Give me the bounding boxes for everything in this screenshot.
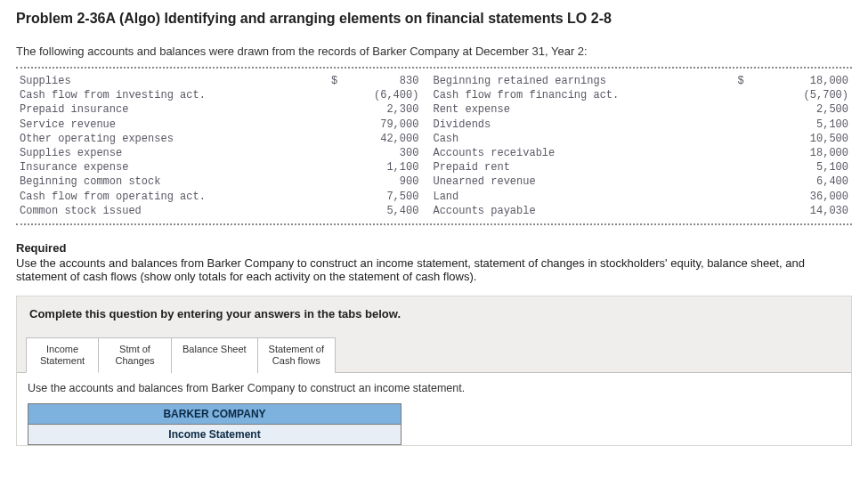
account-name-right: Prepaid rent xyxy=(422,160,724,174)
account-name-left: Other operating expenses xyxy=(16,132,318,146)
account-value-right: 36,000 xyxy=(748,190,852,204)
tabs-row: Income Statement Stmt of Changes Balance… xyxy=(17,337,851,372)
tabs-container: Complete this question by entering your … xyxy=(16,296,852,446)
account-name-left: Common stock issued xyxy=(16,204,318,218)
tab-label-line: Statement xyxy=(40,355,85,366)
account-name-left: Cash flow from operating act. xyxy=(16,190,318,204)
currency-symbol xyxy=(318,160,341,174)
problem-title: Problem 2-36A (Algo) Identifying and arr… xyxy=(16,11,852,27)
accounts-row: Common stock issued5,400Accounts payable… xyxy=(16,204,852,218)
answer-header: BARKER COMPANY Income Statement xyxy=(28,403,402,445)
account-value-right: 5,100 xyxy=(748,118,852,132)
account-name-right: Unearned revenue xyxy=(422,174,724,189)
account-value-left: 5,400 xyxy=(341,204,422,218)
tab-label-line: Changes xyxy=(115,355,154,366)
currency-symbol xyxy=(725,204,748,218)
account-value-right: 14,030 xyxy=(748,204,852,218)
account-value-right: 2,500 xyxy=(748,102,852,117)
account-value-right: 18,000 xyxy=(748,146,852,160)
currency-symbol xyxy=(725,118,748,132)
account-value-left: 830 xyxy=(341,74,422,88)
account-name-right: Accounts receivable xyxy=(422,146,724,160)
currency-symbol xyxy=(725,160,748,174)
currency-symbol xyxy=(725,88,748,102)
accounts-row: Other operating expenses42,000Cash10,500 xyxy=(16,132,852,146)
problem-intro: The following accounts and balances were… xyxy=(16,45,852,58)
account-value-left: 42,000 xyxy=(341,132,422,146)
account-name-right: Accounts payable xyxy=(422,204,724,218)
currency-symbol: $ xyxy=(318,74,341,88)
account-value-left: 2,300 xyxy=(341,102,422,117)
accounts-row: Prepaid insurance2,300Rent expense2,500 xyxy=(16,102,852,117)
tab-label-line: Balance Sheet xyxy=(183,344,247,354)
tab-label-line: Cash flows xyxy=(272,355,320,366)
tab-body: Use the accounts and balances from Barke… xyxy=(17,372,851,445)
accounts-table: Supplies$830Beginning retained earnings$… xyxy=(16,74,852,218)
answer-statement: Income Statement xyxy=(28,425,402,445)
currency-symbol xyxy=(318,102,341,117)
account-value-left: 900 xyxy=(341,174,422,189)
accounts-row: Cash flow from investing act.(6,400)Cash… xyxy=(16,88,852,102)
account-value-left: 79,000 xyxy=(341,118,422,132)
currency-symbol xyxy=(318,190,341,204)
account-name-left: Cash flow from investing act. xyxy=(16,88,318,102)
account-value-left: (6,400) xyxy=(341,88,422,102)
tab-label-line: Statement of xyxy=(269,344,324,354)
account-value-right: 6,400 xyxy=(748,174,852,189)
account-name-left: Insurance expense xyxy=(16,160,318,174)
account-value-right: 5,100 xyxy=(748,160,852,174)
accounts-row: Supplies expense300Accounts receivable18… xyxy=(16,146,852,160)
account-value-right: 10,500 xyxy=(748,132,852,146)
account-name-left: Beginning common stock xyxy=(16,174,318,189)
currency-symbol xyxy=(318,132,341,146)
currency-symbol xyxy=(725,146,748,160)
account-name-left: Prepaid insurance xyxy=(16,102,318,117)
currency-symbol xyxy=(725,174,748,189)
currency-symbol xyxy=(318,204,341,218)
account-name-right: Cash flow from financing act. xyxy=(422,88,724,102)
account-name-left: Supplies xyxy=(16,74,318,88)
currency-symbol xyxy=(318,146,341,160)
account-name-right: Cash xyxy=(422,132,724,146)
accounts-box: Supplies$830Beginning retained earnings$… xyxy=(16,67,852,225)
tab-label-line: Stmt of xyxy=(119,344,150,354)
currency-symbol: $ xyxy=(725,74,748,88)
answer-company: BARKER COMPANY xyxy=(28,403,402,425)
currency-symbol xyxy=(725,102,748,117)
accounts-row: Cash flow from operating act.7,500Land36… xyxy=(16,190,852,204)
account-name-right: Beginning retained earnings xyxy=(422,74,724,88)
account-name-right: Dividends xyxy=(422,118,724,132)
currency-symbol xyxy=(318,174,341,189)
account-value-right: (5,700) xyxy=(748,88,852,102)
account-value-left: 7,500 xyxy=(341,190,422,204)
accounts-row: Insurance expense1,100Prepaid rent5,100 xyxy=(16,160,852,174)
tab-label-line: Income xyxy=(46,344,78,354)
tab-income-statement[interactable]: Income Statement xyxy=(26,337,99,373)
account-name-left: Supplies expense xyxy=(16,146,318,160)
accounts-row: Service revenue79,000Dividends5,100 xyxy=(16,118,852,132)
account-name-right: Land xyxy=(422,190,724,204)
account-name-right: Rent expense xyxy=(422,102,724,117)
currency-symbol xyxy=(318,118,341,132)
accounts-row: Beginning common stock900Unearned revenu… xyxy=(16,174,852,189)
required-body: Use the accounts and balances from Barke… xyxy=(16,256,835,283)
account-value-left: 1,100 xyxy=(341,160,422,174)
account-name-left: Service revenue xyxy=(16,118,318,132)
accounts-row: Supplies$830Beginning retained earnings$… xyxy=(16,74,852,88)
tab-cash-flows[interactable]: Statement of Cash flows xyxy=(258,337,336,373)
currency-symbol xyxy=(318,88,341,102)
tab-stmt-of-changes[interactable]: Stmt of Changes xyxy=(99,337,172,373)
currency-symbol xyxy=(725,132,748,146)
tab-description: Use the accounts and balances from Barke… xyxy=(28,382,840,394)
account-value-left: 300 xyxy=(341,146,422,160)
account-value-right: 18,000 xyxy=(748,74,852,88)
tab-balance-sheet[interactable]: Balance Sheet xyxy=(172,337,258,373)
instruction-bar: Complete this question by entering your … xyxy=(17,296,851,337)
required-heading: Required xyxy=(16,241,852,255)
currency-symbol xyxy=(725,190,748,204)
